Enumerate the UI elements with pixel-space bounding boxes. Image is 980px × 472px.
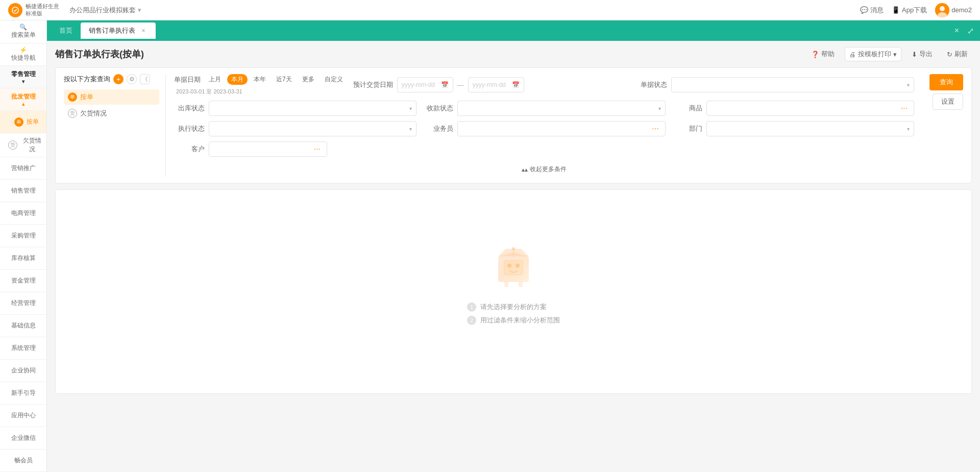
retail-label: 零售管理 (11, 70, 36, 79)
sidebar-item-member[interactable]: 畅会员 (0, 450, 46, 472)
tab-bar: 首页 销售订单执行表 × × ⤢ (47, 20, 980, 41)
breadcrumb-dropdown-icon[interactable]: ▾ (138, 6, 141, 14)
app-download-action[interactable]: 📱 App下载 (892, 6, 927, 15)
salesman-label: 业务员 (423, 124, 453, 133)
sidebar-item-retail[interactable]: 零售管理 ▾ (0, 66, 46, 88)
order-status-chevron-icon: ▾ (907, 82, 910, 88)
date-tab-custom[interactable]: 自定义 (321, 74, 347, 85)
empty-illustration (483, 231, 544, 292)
filter-layout: 按以下方案查询 + ⚙ 《 单 按单 货 欠货情况 (64, 74, 963, 177)
sidebar-item-system[interactable]: 系统管理 (0, 337, 46, 360)
filter-dept: 部门 ▾ (672, 121, 914, 136)
dept-select[interactable]: ▾ (706, 121, 914, 136)
message-action[interactable]: 💬 消息 (860, 6, 884, 15)
sidebar-item-wholesale[interactable]: 批发管理 ▴ (0, 88, 46, 111)
filter-salesman: 业务员 ··· (423, 121, 665, 136)
empty-tips: 1 请先选择要分析的方案 2 用过滤条件来缩小分析范围 (467, 302, 560, 325)
svg-rect-10 (519, 281, 523, 287)
expected-date-end-input[interactable]: yyyy-mm-dd 📅 (468, 77, 524, 92)
customer-dots-icon[interactable]: ··· (312, 145, 323, 154)
top-header: 畅捷通好生意 标准版 办公用品行业模拟账套 ▾ 💬 消息 📱 App下载 (0, 0, 980, 20)
out-status-select[interactable]: ▾ (209, 101, 416, 116)
salesman-dots-icon[interactable]: ··· (650, 124, 660, 133)
query-button[interactable]: 查询 (929, 74, 963, 90)
date-tab-this-month[interactable]: 本月 (227, 74, 248, 85)
date-tab-this-year[interactable]: 本年 (250, 74, 270, 85)
filter-collapse-button[interactable]: 《 (140, 74, 150, 84)
setting-button[interactable]: 设置 (933, 93, 963, 110)
out-status-label: 出库状态 (174, 104, 205, 113)
print-chevron-icon: ▾ (893, 51, 897, 58)
export-button[interactable]: ⬇ 导出 (908, 48, 937, 61)
sidebar-item-enterprise[interactable]: 企业协同 (0, 360, 46, 382)
order-status-select[interactable]: ▾ (671, 77, 914, 92)
svg-rect-4 (504, 261, 523, 275)
tab-sales-order[interactable]: 销售订单执行表 × (81, 22, 156, 39)
sidebar-item-operation[interactable]: 经营管理 (0, 292, 46, 315)
filter-nav-press[interactable]: 单 按单 (64, 89, 159, 105)
arrears-nav-icon: 货 (68, 109, 77, 118)
date-tab-7days[interactable]: 近7天 (272, 74, 296, 85)
goods-input[interactable]: ··· (706, 101, 914, 116)
empty-tip-2: 2 用过滤条件来缩小分析范围 (467, 316, 560, 325)
tip-num-2: 2 (467, 316, 476, 325)
empty-tip-1: 1 请先选择要分析的方案 (467, 302, 560, 312)
app-icon: 📱 (892, 6, 900, 14)
svg-point-1 (940, 6, 945, 11)
arrears-icon: 货 (8, 140, 17, 150)
retail-chevron-icon: ▾ (22, 79, 24, 84)
empty-state: 1 请先选择要分析的方案 2 用过滤条件来缩小分析范围 (56, 190, 971, 366)
goods-dots-icon[interactable]: ··· (899, 104, 910, 113)
query-actions: 查询 设置 (922, 74, 963, 177)
sidebar-item-marketing[interactable]: 营销推广 (0, 157, 46, 180)
tab-home[interactable]: 首页 (51, 22, 81, 39)
breadcrumb-area: 办公用品行业模拟账套 ▾ (69, 6, 141, 15)
receipt-status-select[interactable]: ▾ (457, 101, 665, 116)
sidebar-item-purchase[interactable]: 采购管理 (0, 225, 46, 247)
refresh-button[interactable]: ↻ 刷新 (943, 48, 972, 61)
window-expand-icon[interactable]: ⤢ (965, 24, 976, 38)
sidebar-item-wechat[interactable]: 企业微信 (0, 427, 46, 450)
filter-add-button[interactable]: + (113, 74, 124, 84)
exec-status-select[interactable]: ▾ (209, 121, 416, 136)
user-avatar-action[interactable]: demo2 (935, 3, 972, 17)
sidebar-item-newbie[interactable]: 新手引导 (0, 382, 46, 405)
expected-date-start-input[interactable]: yyyy-mm-dd 📅 (397, 77, 453, 92)
tab-close-icon[interactable]: × (139, 27, 148, 35)
sidebar-item-search[interactable]: 🔍 搜索菜单 (0, 20, 46, 43)
svg-rect-9 (504, 281, 508, 287)
sidebar-subitem-arrears[interactable]: 货 欠货情况 (0, 133, 46, 157)
wholesale-chevron-icon: ▴ (22, 101, 24, 107)
filter-receipt-status: 收款状态 ▾ (423, 101, 665, 116)
order-status-label: 单据状态 (636, 80, 667, 89)
calendar-end-icon: 📅 (512, 81, 520, 88)
customer-input[interactable]: ··· (209, 141, 327, 157)
date-tab-more[interactable]: 更多 (298, 74, 318, 85)
sidebar-item-quick-nav[interactable]: ⚡ 快捷导航 (0, 43, 46, 66)
sidebar-item-sales[interactable]: 销售管理 (0, 180, 46, 202)
date-tab-last-month[interactable]: 上月 (205, 74, 225, 85)
breadcrumb-text: 办公用品行业模拟账套 (69, 6, 136, 15)
sidebar-item-finance[interactable]: 资金管理 (0, 270, 46, 292)
message-icon: 💬 (860, 6, 868, 14)
sidebar-item-appstore[interactable]: 应用中心 (0, 405, 46, 427)
sidebar-item-basic[interactable]: 基础信息 (0, 315, 46, 337)
filter-setting-button[interactable]: ⚙ (127, 74, 137, 84)
dept-label: 部门 (672, 124, 702, 133)
filter-order-status: 单据状态 ▾ (636, 77, 914, 92)
page-content: 销售订单执行表(按单) ❓ 帮助 🖨 按模板打印 ▾ ⬇ 导出 (47, 41, 980, 472)
sidebar-subitem-press[interactable]: 单 按单 (0, 111, 46, 133)
filter-goods: 商品 ··· (672, 101, 914, 116)
search-icon: 🔍 (19, 23, 27, 31)
top-header-left: 畅捷通好生意 标准版 办公用品行业模拟账套 ▾ (8, 3, 141, 17)
filter-section-title: 按以下方案查询 + ⚙ 《 (64, 74, 159, 84)
print-button[interactable]: 🖨 按模板打印 ▾ (845, 47, 901, 61)
tip-num-1: 1 (467, 302, 476, 312)
salesman-input[interactable]: ··· (457, 121, 665, 136)
help-button[interactable]: ❓ 帮助 (807, 48, 839, 61)
sidebar-item-inventory[interactable]: 库存核算 (0, 247, 46, 270)
collapse-button[interactable]: ▴▴ 收起更多条件 (174, 162, 914, 177)
sidebar-item-ecommerce[interactable]: 电商管理 (0, 202, 46, 225)
filter-nav-arrears[interactable]: 货 欠货情况 (64, 106, 159, 121)
window-close-icon[interactable]: × (952, 24, 961, 37)
